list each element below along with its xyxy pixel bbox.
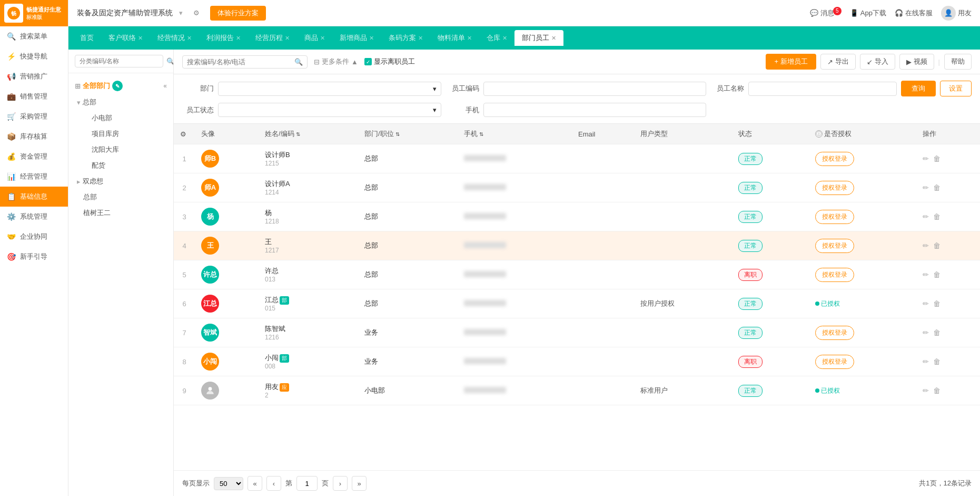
col-phone[interactable]: 手机 ⇅ bbox=[458, 124, 572, 144]
dept-item-zhishu[interactable]: 植树王二 bbox=[68, 205, 173, 221]
dept-group-shuanglv[interactable]: ▸ 双虑想 bbox=[68, 173, 173, 189]
tab-warehouse[interactable]: 仓库 ✕ bbox=[479, 30, 514, 46]
dept-sub-xiaodiab[interactable]: 小电部 bbox=[68, 110, 173, 126]
search-icon[interactable]: 🔍 bbox=[294, 58, 303, 66]
add-employee-button[interactable]: + 新增员工 bbox=[766, 54, 816, 70]
trial-button[interactable]: 体验行业方案 bbox=[210, 6, 266, 21]
page-first-btn[interactable]: « bbox=[248, 476, 262, 491]
sidebar-item-marketing[interactable]: 📢 营销推广 bbox=[0, 66, 68, 86]
tab-home[interactable]: 首页 bbox=[73, 30, 101, 46]
sidebar-item-inventory[interactable]: 📦 库存核算 bbox=[0, 127, 68, 147]
close-icon[interactable]: ✕ bbox=[418, 35, 423, 42]
tab-new-goods[interactable]: 新增商品 ✕ bbox=[332, 30, 381, 46]
show-resigned-checkbox[interactable]: ✓ 显示离职员工 bbox=[364, 57, 415, 66]
close-icon[interactable]: ✕ bbox=[236, 35, 241, 42]
dept-group-head[interactable]: ▾ 总部 bbox=[68, 94, 173, 110]
per-page-select[interactable]: 50 20 100 bbox=[214, 477, 243, 490]
help-button[interactable]: 帮助 bbox=[944, 54, 972, 70]
auth-login-button[interactable]: 授权登录 bbox=[815, 239, 854, 253]
emp-code-input[interactable] bbox=[483, 82, 707, 96]
dept-all[interactable]: ⊞ 全部部门 ✎ « bbox=[68, 77, 173, 94]
phone-input[interactable] bbox=[483, 103, 707, 117]
page-last-btn[interactable]: » bbox=[352, 476, 367, 491]
edit-icon[interactable]: ✏ bbox=[923, 299, 929, 308]
auth-info-icon[interactable]: ⓘ bbox=[815, 130, 823, 138]
delete-icon[interactable]: 🗑 bbox=[933, 386, 941, 395]
close-icon[interactable]: ✕ bbox=[502, 35, 507, 42]
settings-icon[interactable]: ⚙ bbox=[189, 6, 204, 21]
emp-status-select[interactable]: ▾ bbox=[218, 103, 441, 117]
sidebar-item-search[interactable]: 🔍 搜索菜单 bbox=[0, 26, 68, 46]
delete-icon[interactable]: 🗑 bbox=[933, 183, 941, 192]
auth-login-button[interactable]: 授权登录 bbox=[815, 355, 854, 369]
user-menu[interactable]: 👤 用友 bbox=[941, 6, 972, 21]
close-icon[interactable]: ✕ bbox=[187, 35, 192, 42]
tab-barcode[interactable]: 条码方案 ✕ bbox=[381, 30, 430, 46]
close-icon[interactable]: ✕ bbox=[320, 35, 325, 42]
sidebar-item-operations[interactable]: 📊 经营管理 bbox=[0, 167, 68, 187]
export-button[interactable]: ↗ 导出 bbox=[820, 54, 856, 70]
app-download-button[interactable]: 📱 App下载 bbox=[850, 8, 886, 18]
sidebar-item-purchase[interactable]: 🛒 采购管理 bbox=[0, 106, 68, 127]
sidebar-item-system[interactable]: ⚙️ 系统管理 bbox=[0, 207, 68, 227]
delete-icon[interactable]: 🗑 bbox=[933, 154, 941, 163]
topbar-dropdown-arrow[interactable]: ▾ bbox=[179, 9, 183, 17]
close-icon[interactable]: ✕ bbox=[551, 35, 556, 42]
delete-icon[interactable]: 🗑 bbox=[933, 357, 941, 366]
delete-icon[interactable]: 🗑 bbox=[933, 328, 941, 337]
emp-name-input[interactable] bbox=[748, 82, 897, 96]
sidebar-item-sales[interactable]: 💼 销售管理 bbox=[0, 86, 68, 106]
tab-bom[interactable]: 物料清单 ✕ bbox=[430, 30, 479, 46]
collapse-btn[interactable]: « bbox=[163, 82, 167, 90]
query-button[interactable]: 查询 bbox=[901, 81, 936, 96]
edit-icon[interactable]: ✏ bbox=[923, 154, 929, 163]
delete-icon[interactable]: 🗑 bbox=[933, 270, 941, 279]
close-icon[interactable]: ✕ bbox=[369, 35, 374, 42]
dept-edit-icon[interactable]: ✎ bbox=[112, 81, 123, 91]
auth-login-button[interactable]: 授权登录 bbox=[815, 152, 854, 166]
close-icon[interactable]: ✕ bbox=[138, 35, 143, 42]
search-input[interactable] bbox=[187, 58, 292, 66]
page-prev-btn[interactable]: ‹ bbox=[266, 476, 281, 491]
edit-icon[interactable]: ✏ bbox=[923, 183, 929, 192]
dept-search-input[interactable] bbox=[75, 55, 163, 67]
dept-sub-shenyang[interactable]: 沈阳大库 bbox=[68, 142, 173, 158]
auth-login-button[interactable]: 授权登录 bbox=[815, 210, 854, 224]
tab-employee[interactable]: 部门员工 ✕ bbox=[514, 30, 563, 46]
edit-icon[interactable]: ✏ bbox=[923, 270, 929, 279]
dept-search-icon[interactable]: 🔍 bbox=[166, 57, 174, 65]
adv-setting-button[interactable]: 设置 bbox=[940, 81, 972, 96]
view-button[interactable]: ▶ 视频 bbox=[899, 54, 934, 70]
page-next-btn[interactable]: › bbox=[333, 476, 348, 491]
edit-icon[interactable]: ✏ bbox=[923, 241, 929, 250]
page-input[interactable] bbox=[296, 476, 318, 491]
edit-icon[interactable]: ✏ bbox=[923, 212, 929, 221]
dept-sort[interactable]: 部门/职位 ⇅ bbox=[364, 129, 451, 139]
col-dept[interactable]: 部门/职位 ⇅ bbox=[358, 124, 458, 144]
edit-icon[interactable]: ✏ bbox=[923, 328, 929, 337]
col-settings[interactable]: ⚙ bbox=[174, 124, 195, 144]
auth-login-button[interactable]: 授权登录 bbox=[815, 181, 854, 195]
online-service-button[interactable]: 🎧 在线客服 bbox=[895, 8, 933, 18]
tab-customer[interactable]: 客户联络 ✕ bbox=[101, 30, 150, 46]
close-icon[interactable]: ✕ bbox=[285, 35, 290, 42]
delete-icon[interactable]: 🗑 bbox=[933, 241, 941, 250]
message-button[interactable]: 💬 消息 5 bbox=[810, 8, 842, 18]
auth-login-button[interactable]: 授权登录 bbox=[815, 268, 854, 282]
close-icon[interactable]: ✕ bbox=[467, 35, 472, 42]
dept-sub-peihuo[interactable]: 配货 bbox=[68, 158, 173, 173]
tab-goods[interactable]: 商品 ✕ bbox=[297, 30, 332, 46]
delete-icon[interactable]: 🗑 bbox=[933, 299, 941, 308]
sidebar-item-guide[interactable]: 🎯 新手引导 bbox=[0, 247, 68, 267]
name-sort[interactable]: 姓名/编码 ⇅ bbox=[265, 129, 352, 139]
tab-operations[interactable]: 经营情况 ✕ bbox=[150, 30, 199, 46]
col-name[interactable]: 姓名/编码 ⇅ bbox=[259, 124, 358, 144]
edit-icon[interactable]: ✏ bbox=[923, 357, 929, 366]
edit-icon[interactable]: ✏ bbox=[923, 386, 929, 395]
import-button[interactable]: ↙ 导入 bbox=[860, 54, 895, 70]
tab-history[interactable]: 经营历程 ✕ bbox=[248, 30, 297, 46]
tab-profit[interactable]: 利润报告 ✕ bbox=[199, 30, 248, 46]
sidebar-item-finance[interactable]: 💰 资金管理 bbox=[0, 147, 68, 167]
sidebar-item-quicknav[interactable]: ⚡ 快捷导航 bbox=[0, 46, 68, 66]
dept-item-zongbu[interactable]: 总部 bbox=[68, 189, 173, 205]
